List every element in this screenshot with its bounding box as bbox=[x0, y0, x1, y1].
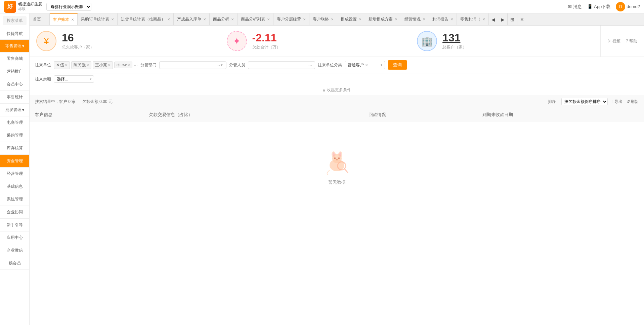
close-tab-add-promotion[interactable]: ✕ bbox=[395, 17, 397, 21]
empty-state: 暂无数据 bbox=[30, 121, 644, 212]
close-tab-product-analysis-list[interactable]: ✕ bbox=[267, 17, 270, 21]
person-dots-btn[interactable]: ··· bbox=[308, 63, 312, 68]
close-tab-promotion-settings[interactable]: ✕ bbox=[359, 17, 361, 21]
tab-nav-expand[interactable]: ⊞ bbox=[508, 13, 517, 25]
sort-select[interactable]: 按欠款金额倒序排序 bbox=[561, 98, 608, 105]
sidebar-item-retail-stats[interactable]: 零售统计 bbox=[0, 91, 29, 104]
tab-customer-accounts[interactable]: 客户账本 ✕ bbox=[50, 13, 78, 25]
sidebar-search-area: 搜索菜单 bbox=[0, 13, 29, 28]
dept-input[interactable] bbox=[162, 63, 216, 67]
sidebar: 搜索菜单 快捷导航 零售管理 ▾ 零售商城 营销推广 会员中心 零售统计 批发管… bbox=[0, 13, 30, 325]
remove-category-tag[interactable]: ✕ bbox=[365, 63, 368, 67]
tab-nav-prev[interactable]: ◀ bbox=[489, 13, 498, 25]
logo-main-text: 畅捷通好生意 bbox=[18, 2, 42, 6]
sidebar-item-wholesale-mgmt[interactable]: 批发管理 ▾ bbox=[0, 104, 29, 116]
category-label: 往来单位分类 bbox=[318, 62, 342, 68]
col-debt-info: 欠款交易信息（占比） bbox=[143, 108, 363, 121]
svg-line-10 bbox=[345, 169, 348, 173]
remove-tag-system[interactable]: ✕ bbox=[127, 63, 130, 67]
sidebar-item-retail-mgmt[interactable]: 零售管理 ▾ bbox=[0, 40, 29, 52]
filter-tag-person1[interactable]: 陈民强 ✕ bbox=[71, 61, 91, 69]
logo-icon: 好 bbox=[4, 1, 16, 13]
close-tab-product-analysis[interactable]: ✕ bbox=[231, 17, 234, 21]
close-tab-retail-profit[interactable]: ✕ bbox=[482, 17, 485, 21]
stat-info-total-customers: 131 总客户（家） bbox=[442, 32, 467, 50]
filter-tag-person2[interactable]: 王小亮 ✕ bbox=[93, 61, 113, 69]
yuan-icon: ¥ bbox=[44, 36, 49, 46]
filter-tag-company[interactable]: ✕ 伍 ✕ bbox=[54, 61, 70, 69]
tab-home[interactable]: 首页 bbox=[30, 13, 50, 25]
export-btn[interactable]: ↑ 导出 bbox=[612, 99, 622, 105]
filter-tag-system[interactable]: cjttcw ✕ bbox=[114, 62, 132, 68]
close-tab-customer-segment[interactable]: ✕ bbox=[303, 17, 306, 21]
close-tab-ops-situation[interactable]: ✕ bbox=[423, 17, 425, 21]
close-tab-purchase-order-stats[interactable]: ✕ bbox=[111, 17, 114, 21]
sidebar-item-app-center[interactable]: 应用中心 bbox=[0, 231, 29, 244]
stat-info-debt-amount: -2.11 欠款合计（万） bbox=[252, 32, 281, 50]
close-tab-customer-contact[interactable]: ✕ bbox=[331, 17, 334, 21]
stat-icon-total-customers: 🏢 bbox=[417, 31, 437, 51]
tab-nav-close-all[interactable]: ✕ bbox=[517, 13, 527, 25]
sidebar-item-purchase-mgmt[interactable]: 采购管理 bbox=[0, 129, 29, 142]
stat-block-debt-amount: ✦ -2.11 欠款合计（万） bbox=[220, 26, 411, 57]
search-menu-button[interactable]: 搜索菜单 bbox=[3, 16, 27, 25]
remove-tag-company[interactable]: ✕ bbox=[65, 63, 68, 67]
close-tab-cost-in[interactable]: ✕ bbox=[203, 17, 206, 21]
unit-label: 往来单位 bbox=[35, 62, 51, 68]
more-tags-btn[interactable]: ··· bbox=[134, 62, 138, 68]
tab-customer-segment[interactable]: 客户分层经营 ✕ bbox=[273, 13, 309, 25]
help-btn[interactable]: ? 帮助 bbox=[626, 38, 637, 44]
message-btn[interactable]: ✉ 消息 bbox=[568, 4, 582, 10]
remove-tag-person2[interactable]: ✕ bbox=[108, 63, 111, 67]
dept-dots-btn[interactable]: ··· bbox=[216, 63, 220, 68]
query-button[interactable]: 查询 bbox=[388, 60, 407, 70]
sidebar-item-new-guide[interactable]: 新手引导 bbox=[0, 219, 29, 231]
tab-incoming-stats[interactable]: 进货单统计表（按商品） ✕ bbox=[118, 13, 174, 25]
sidebar-item-retail-mall[interactable]: 零售商城 bbox=[0, 52, 29, 65]
sidebar-item-basic-info[interactable]: 基础信息 bbox=[0, 180, 29, 193]
svg-point-8 bbox=[336, 159, 338, 160]
sidebar-quick-nav[interactable]: 快捷导航 bbox=[0, 28, 29, 40]
tab-add-promotion[interactable]: 新增提成方案 ✕ bbox=[365, 13, 401, 25]
close-tab-profit-report[interactable]: ✕ bbox=[450, 17, 453, 21]
close-tab-customer-accounts[interactable]: ✕ bbox=[71, 18, 74, 22]
tab-purchase-order-stats[interactable]: 采购订单统计表 ✕ bbox=[78, 13, 118, 25]
logo-text-block: 畅捷通好生意 标版 bbox=[18, 2, 42, 11]
remove-tag-person1[interactable]: ✕ bbox=[86, 63, 89, 67]
logo: 好 畅捷通好生意 标版 bbox=[4, 1, 42, 13]
tab-cost-in[interactable]: 产成品入库单 ✕ bbox=[174, 13, 210, 25]
app-download-btn[interactable]: 📱 App下载 bbox=[587, 4, 610, 10]
video-btn[interactable]: ▷ 视频 bbox=[607, 38, 620, 44]
sidebar-item-ecom-mgmt[interactable]: 电商管理 bbox=[0, 116, 29, 129]
sidebar-item-vip-member[interactable]: 畅会员 bbox=[0, 257, 29, 270]
sidebar-item-sys-mgmt[interactable]: 系统管理 bbox=[0, 193, 29, 206]
sidebar-item-enterprise-wx[interactable]: 企业微信 bbox=[0, 244, 29, 257]
close-tab-incoming-stats[interactable]: ✕ bbox=[167, 17, 170, 21]
sidebar-item-ops-mgmt[interactable]: 经营管理 bbox=[0, 168, 29, 180]
tab-product-analysis[interactable]: 商品分析 ✕ bbox=[210, 13, 238, 25]
balance-select[interactable]: 选择... bbox=[54, 75, 94, 83]
sidebar-item-capital-mgmt[interactable]: 资金管理 bbox=[0, 155, 29, 168]
tab-ops-situation[interactable]: 经营情况 ✕ bbox=[401, 13, 429, 25]
svg-point-7 bbox=[338, 157, 340, 159]
sidebar-item-marketing[interactable]: 营销推广 bbox=[0, 65, 29, 78]
tab-retail-profit[interactable]: 零售利润（ ✕ bbox=[457, 13, 489, 25]
collapse-button[interactable]: ∧ 收起更多条件 bbox=[323, 87, 351, 93]
category-select[interactable]: 普通客户 ✕ bbox=[345, 61, 385, 69]
person-input[interactable] bbox=[251, 63, 308, 67]
tab-promotion-settings[interactable]: 提成设置 ✕ bbox=[337, 13, 365, 25]
sidebar-item-enterprise-coop[interactable]: 企业协同 bbox=[0, 206, 29, 219]
tab-customer-contact[interactable]: 客户联络 ✕ bbox=[309, 13, 337, 25]
tab-bar: 首页 客户账本 ✕ 采购订单统计表 ✕ 进货单统计表（按商品） ✕ 产成品入库单… bbox=[30, 13, 644, 26]
stat-label-debt-amount: 欠款合计（万） bbox=[252, 44, 281, 50]
refresh-btn[interactable]: ↺ 刷新 bbox=[627, 99, 639, 105]
account-selector[interactable]: 母婴行业演示账套 bbox=[46, 3, 91, 11]
stat-label-total-customers: 总客户（家） bbox=[442, 44, 467, 50]
sidebar-item-inventory[interactable]: 库存核算 bbox=[0, 142, 29, 155]
user-area[interactable]: D demo2 bbox=[616, 2, 640, 11]
tab-product-analysis-list[interactable]: 商品分析列表 ✕ bbox=[238, 13, 273, 25]
tab-profit-report[interactable]: 利润报告 ✕ bbox=[429, 13, 457, 25]
stat-label-debt-customers: 总欠款客户（家） bbox=[62, 44, 94, 50]
tab-nav-next[interactable]: ▶ bbox=[498, 13, 508, 25]
sidebar-item-member-center[interactable]: 会员中心 bbox=[0, 78, 29, 91]
